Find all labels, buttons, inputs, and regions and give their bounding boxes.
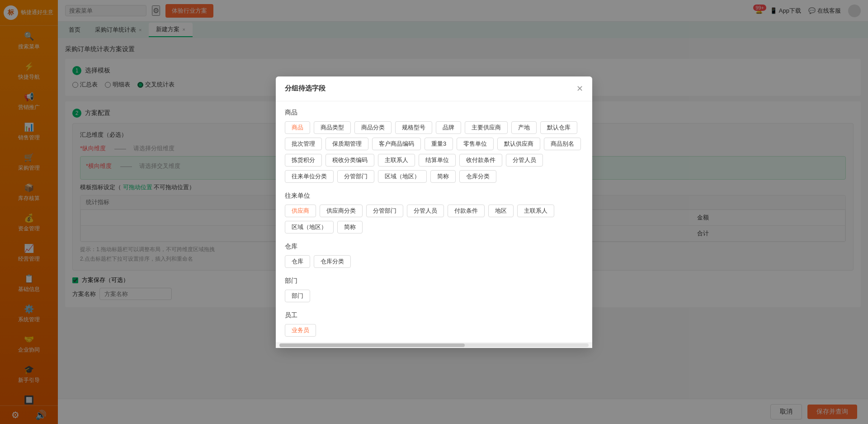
field-tag-product-16[interactable]: 税收分类编码 (326, 154, 374, 167)
field-section-title-product: 商品 (285, 109, 583, 117)
modal-hscroll-track (279, 343, 589, 347)
field-tag-product-11[interactable]: 重量3 (425, 138, 453, 150)
field-tag-product-21[interactable]: 往来单位分类 (285, 170, 334, 183)
field-tag-product-19[interactable]: 收付款条件 (459, 154, 502, 167)
modal-body[interactable]: 商品商品商品类型商品分类规格型号品牌主要供应商产地默认仓库批次管理保质期管理客户… (276, 101, 592, 343)
field-tag-product-10[interactable]: 客户商品编码 (372, 138, 421, 150)
modal-title: 分组待选字段 (285, 84, 326, 93)
field-tags-counterpart: 供应商供应商分类分管部门分管人员付款条件地区主联系人区域（地区）简称 (285, 205, 583, 233)
field-tags-product: 商品商品类型商品分类规格型号品牌主要供应商产地默认仓库批次管理保质期管理客户商品… (285, 121, 583, 183)
field-tag-product-2[interactable]: 商品分类 (354, 121, 392, 134)
modal-hscroll-bar[interactable] (276, 343, 592, 348)
field-section-staff: 员工业务员 (285, 311, 583, 337)
field-tag-product-24[interactable]: 简称 (430, 170, 456, 183)
field-tag-counterpart-2[interactable]: 分管部门 (366, 205, 403, 217)
field-tag-product-25[interactable]: 仓库分类 (459, 170, 496, 183)
field-tag-warehouse-0[interactable]: 仓库 (285, 255, 310, 268)
field-tag-counterpart-0[interactable]: 供应商 (285, 205, 316, 217)
field-tag-product-22[interactable]: 分管部门 (337, 170, 374, 183)
field-tag-product-23[interactable]: 区域（地区） (378, 170, 427, 183)
field-tag-product-4[interactable]: 品牌 (436, 121, 461, 134)
field-section-warehouse: 仓库仓库仓库分类 (285, 243, 583, 268)
field-tag-product-7[interactable]: 默认仓库 (540, 121, 577, 134)
modal-header: 分组待选字段 ✕ (276, 76, 592, 101)
field-tag-product-13[interactable]: 默认供应商 (497, 138, 540, 150)
field-tag-counterpart-3[interactable]: 分管人员 (407, 205, 444, 217)
field-tag-product-1[interactable]: 商品类型 (314, 121, 351, 134)
field-tag-product-9[interactable]: 保质期管理 (326, 138, 368, 150)
field-tag-product-8[interactable]: 批次管理 (285, 138, 322, 150)
field-section-title-counterpart: 往来单位 (285, 192, 583, 200)
field-tag-product-20[interactable]: 分管人员 (506, 154, 543, 167)
field-tag-product-15[interactable]: 拣货积分 (285, 154, 322, 167)
field-tag-product-14[interactable]: 商品别名 (544, 138, 581, 150)
field-tag-warehouse-1[interactable]: 仓库分类 (314, 255, 351, 268)
field-tag-counterpart-8[interactable]: 简称 (337, 221, 363, 233)
field-section-title-warehouse: 仓库 (285, 243, 583, 251)
modal-overlay: 分组待选字段 ✕ 商品商品商品类型商品分类规格型号品牌主要供应商产地默认仓库批次… (0, 0, 868, 424)
field-tag-product-12[interactable]: 零售单位 (457, 138, 494, 150)
field-tags-department: 部门 (285, 290, 583, 302)
field-tag-counterpart-5[interactable]: 地区 (488, 205, 514, 217)
field-tag-product-0[interactable]: 商品 (285, 121, 310, 134)
field-section-product: 商品商品商品类型商品分类规格型号品牌主要供应商产地默认仓库批次管理保质期管理客户… (285, 109, 583, 183)
field-tag-counterpart-4[interactable]: 付款条件 (448, 205, 485, 217)
field-tag-counterpart-6[interactable]: 主联系人 (517, 205, 554, 217)
field-tag-product-6[interactable]: 产地 (511, 121, 537, 134)
field-tag-counterpart-1[interactable]: 供应商分类 (320, 205, 363, 217)
field-tag-department-0[interactable]: 部门 (285, 290, 310, 302)
field-tag-product-3[interactable]: 规格型号 (395, 121, 432, 134)
field-section-department: 部门部门 (285, 277, 583, 302)
field-tag-product-17[interactable]: 主联系人 (378, 154, 415, 167)
field-section-counterpart: 往来单位供应商供应商分类分管部门分管人员付款条件地区主联系人区域（地区）简称 (285, 192, 583, 233)
field-tag-product-5[interactable]: 主要供应商 (465, 121, 508, 134)
field-tag-staff-0[interactable]: 业务员 (285, 324, 316, 337)
modal-close-button[interactable]: ✕ (576, 84, 583, 94)
field-tags-staff: 业务员 (285, 324, 583, 337)
field-section-title-staff: 员工 (285, 311, 583, 319)
field-tag-product-18[interactable]: 结算单位 (419, 154, 456, 167)
field-section-title-department: 部门 (285, 277, 583, 285)
field-tags-warehouse: 仓库仓库分类 (285, 255, 583, 268)
modal-dialog: 分组待选字段 ✕ 商品商品商品类型商品分类规格型号品牌主要供应商产地默认仓库批次… (276, 76, 592, 348)
field-tag-counterpart-7[interactable]: 区域（地区） (285, 221, 334, 233)
modal-hscroll-thumb (279, 343, 465, 347)
